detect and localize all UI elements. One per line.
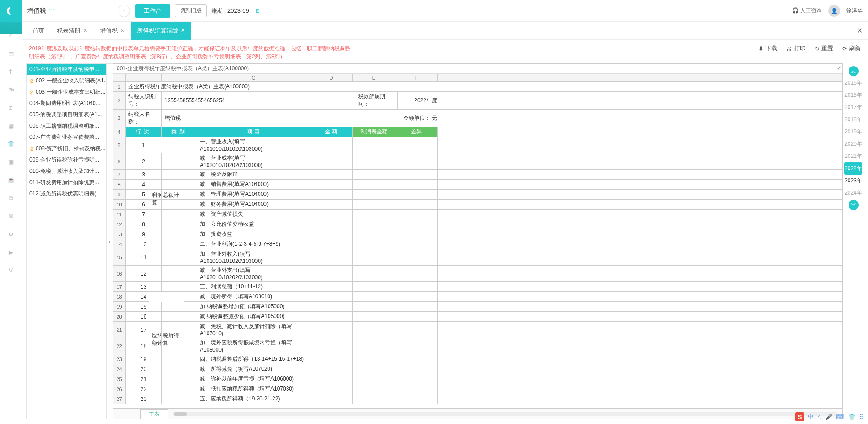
nav-ledger-icon[interactable]: ▤ xyxy=(6,49,15,58)
form-list-item[interactable]: 012-减免所得税优惠明细表(... xyxy=(27,188,106,200)
ime-shirt-icon[interactable]: 👕 xyxy=(848,414,855,420)
year-option[interactable]: 2016年 xyxy=(844,89,862,101)
nav-mail-icon[interactable]: ✉ xyxy=(6,212,15,221)
year-option[interactable]: 2020年 xyxy=(844,138,862,150)
close-icon[interactable]: ✕ xyxy=(181,28,185,33)
nav-bag-icon[interactable]: 🛍 xyxy=(6,85,15,94)
form-list-item[interactable]: 011-研发费用加计扣除优惠... xyxy=(27,177,106,188)
tab-所得税汇算清缴[interactable]: 所得税汇算清缴✕ xyxy=(131,22,191,40)
ime-bar: S 中 °, 🎤 ⌨ 👕 ⠿ xyxy=(795,412,863,421)
form-list-item[interactable]: 005-纳税调整项目明细表(A1... xyxy=(27,109,106,120)
page-tabs: 首页税表清册✕增值税✕所得税汇算清缴✕ ✕ xyxy=(22,22,868,40)
calendar-icon[interactable]: 🗓 xyxy=(255,8,261,14)
form-list-item[interactable]: ⊘002-一般企业收入明细表(A1... xyxy=(27,75,106,86)
year-option[interactable]: 2021年 xyxy=(844,150,862,162)
year-option[interactable]: 2019年 xyxy=(844,126,862,138)
period-value[interactable]: 2023-09 xyxy=(227,7,249,14)
user-avatar-icon[interactable]: 👤 xyxy=(828,5,840,17)
close-icon[interactable]: ✕ xyxy=(120,28,124,33)
year-option[interactable]: 2023年 xyxy=(844,175,862,187)
consult-link[interactable]: 🎧 人工咨询 xyxy=(792,7,822,14)
nav-grid-icon[interactable]: ▣ xyxy=(6,157,15,167)
nav-gear-icon[interactable]: ⚙ xyxy=(6,230,15,239)
year-option[interactable]: 2018年 xyxy=(844,114,862,126)
nav-stack-icon[interactable]: ⧉ xyxy=(6,194,15,203)
warning-notice: 2019年度涉及取以前年度结转数据的申报表单元格需要手工维护正确，才能保证本年及… xyxy=(29,44,354,61)
reset-button[interactable]: ↻ 重置 xyxy=(815,44,833,52)
nav-play-icon[interactable]: ▶ xyxy=(6,248,15,257)
close-all-tabs-button[interactable]: ✕ xyxy=(854,24,865,36)
app-logo xyxy=(0,0,22,22)
nav-cup-icon[interactable]: ☕ xyxy=(6,176,15,185)
form-list-item[interactable]: 001-企业所得税年度纳税申... xyxy=(27,64,106,75)
warning-icon: ⊘ xyxy=(29,89,34,95)
form-list-item[interactable]: ⊘003-一般企业成本支出明细... xyxy=(27,86,106,98)
nav-chart-icon[interactable]: ⫛ xyxy=(6,67,15,76)
top-bar: 增值税 ﹀ ≡ 工作台 切到旧版 账期 2023-09 🗓 🎧 人工咨询 👤 徐… xyxy=(22,0,868,22)
year-option[interactable]: 2015年 xyxy=(844,77,862,89)
company-name: 增值税 xyxy=(27,7,46,15)
year-option[interactable]: 2022年 xyxy=(844,162,862,175)
warning-icon: ⊘ xyxy=(29,146,34,152)
year-down-button[interactable]: ︾ xyxy=(849,200,859,210)
nav-form-icon[interactable]: ▦ xyxy=(6,121,15,130)
tab-首页[interactable]: 首页 xyxy=(26,22,51,40)
year-option[interactable]: 2024年 xyxy=(844,187,862,199)
year-rail: ︽ 2015年2016年2017年2018年2019年2020年2021年202… xyxy=(843,63,863,419)
tab-增值税[interactable]: 增值税✕ xyxy=(94,22,131,40)
nav-v-icon[interactable]: V xyxy=(6,266,15,275)
switch-old-button[interactable]: 切到旧版 xyxy=(175,4,207,17)
sheet-tab-title: 001-企业所得税年度纳税申报表（A类）主表(A100000) xyxy=(117,65,249,72)
form-list-item[interactable]: 004-期间费用明细表(A1040... xyxy=(27,98,106,109)
close-icon[interactable]: ✕ xyxy=(83,28,87,33)
company-selector[interactable]: 增值税 ﹀ xyxy=(27,7,113,15)
forms-list: 001-企业所得税年度纳税申...⊘002-一般企业收入明细表(A1...⊘00… xyxy=(26,63,107,419)
ime-grid-icon[interactable]: ⠿ xyxy=(859,414,863,420)
nav-doc-icon[interactable]: 🗎 xyxy=(6,103,15,112)
ime-punct-icon[interactable]: °, xyxy=(817,414,821,420)
column-headers: CDEF xyxy=(113,74,842,82)
collapse-handle[interactable]: ‹ xyxy=(107,63,113,419)
list-button[interactable]: ≡ xyxy=(118,5,130,17)
form-list-item[interactable]: 006-职工薪酬纳税调整明细... xyxy=(27,120,106,132)
ime-mic-icon[interactable]: 🎤 xyxy=(825,414,832,420)
ime-kb-icon[interactable]: ⌨ xyxy=(836,414,844,420)
workbench-button[interactable]: 工作台 xyxy=(135,4,170,18)
warning-icon: ⊘ xyxy=(29,78,34,84)
form-list-item[interactable]: 007-广告费和业务宣传费跨... xyxy=(27,132,106,143)
tab-税表清册[interactable]: 税表清册✕ xyxy=(51,22,94,40)
refresh-button[interactable]: ⟳ 刷新 xyxy=(842,44,861,52)
download-button[interactable]: ⬇ 下载 xyxy=(759,44,777,52)
form-list-item[interactable]: 009-企业所得税弥补亏损明... xyxy=(27,154,106,166)
form-list-item[interactable]: ⊘008-资产折旧、摊销及纳税... xyxy=(27,143,106,154)
period-label: 账期 xyxy=(211,7,223,15)
horizontal-scrollbar[interactable] xyxy=(173,412,838,416)
nav-home-icon[interactable]: ⌂ xyxy=(6,31,15,40)
left-nav: ⌂ ▤ ⫛ 🛍 🗎 ▦ 👕 ▣ ☕ ⧉ ✉ ⚙ ▶ V xyxy=(0,0,22,424)
chevron-down-icon: ﹀ xyxy=(49,7,54,14)
ime-lang[interactable]: 中 xyxy=(808,413,814,421)
print-button[interactable]: 🖨 打印 xyxy=(786,44,806,52)
nav-tee-icon[interactable]: 👕 xyxy=(6,139,15,148)
expand-icon[interactable]: ⤢ xyxy=(837,65,841,71)
form-list-item[interactable]: 010-免税、减计收入及加计... xyxy=(27,166,106,177)
year-up-button[interactable]: ︽ xyxy=(849,66,859,76)
user-name[interactable]: 徐泽华 xyxy=(846,7,863,14)
sheet-footer-tab[interactable]: 主表 xyxy=(140,409,168,419)
spreadsheet: 001-企业所得税年度纳税申报表（A类）主表(A100000) ⤢ CDEF 1… xyxy=(113,63,843,419)
ime-logo-icon[interactable]: S xyxy=(795,412,804,421)
year-option[interactable]: 2017年 xyxy=(844,101,862,114)
